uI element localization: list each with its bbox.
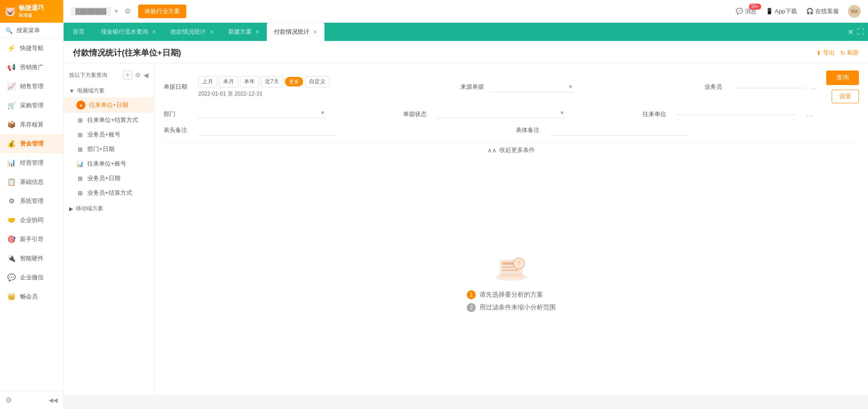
svg-text:?: ? <box>517 260 521 267</box>
service-label: 在线客服 <box>815 7 839 15</box>
scheme-dept-date[interactable]: ⊞ 部门+日期 <box>64 142 154 157</box>
sidebar-item-guide[interactable]: 🎯 新手引导 <box>0 230 63 249</box>
sidebar-item-marketing[interactable]: 📢 营销推广 <box>0 58 63 77</box>
sidebar-item-label: 采购管理 <box>20 101 44 110</box>
date-label: 单据日期 <box>164 83 189 91</box>
content-layout: 按以下方案查询 + ⚙ ◀ ▼ 电脑端方案 ● 往来单位+日期 <box>64 63 868 395</box>
message-icon: 💬 <box>736 8 743 15</box>
tab-new-scheme[interactable]: 新建方案 ✕ <box>221 23 267 41</box>
mobile-group-label: 移动端方案 <box>76 205 103 212</box>
right-panel: 单据日期 上月 本月 本年 近7天 更多 自定义 2022-01-01 至 20… <box>155 63 868 395</box>
tab-home[interactable]: 首页 <box>64 23 94 41</box>
sidebar-item-hardware[interactable]: 🔌 智能硬件 <box>0 249 63 268</box>
close-all-icon[interactable]: ✕ <box>848 28 853 36</box>
sidebar-item-inventory[interactable]: 📦 库存核算 <box>0 115 63 134</box>
collapse-label: 收起更多条件 <box>499 146 535 154</box>
sidebar-item-member[interactable]: 👑 畅会员 <box>0 287 63 306</box>
dept-select[interactable]: ▼ <box>198 110 325 118</box>
sidebar-item-system[interactable]: ⚙ 系统管理 <box>0 192 63 211</box>
trial-btn[interactable]: 体验行业方案 <box>138 5 186 18</box>
scheme-unit-account[interactable]: 📊 往来单位+账号 <box>64 157 154 171</box>
user-avatar[interactable]: Rit <box>848 5 861 18</box>
salesman-dots-icon[interactable]: … <box>810 83 817 91</box>
date-more-btn[interactable]: 更多 <box>285 77 303 86</box>
left-panel: 按以下方案查询 + ⚙ ◀ ▼ 电脑端方案 ● 往来单位+日期 <box>64 63 155 395</box>
tab-payment[interactable]: 付款情况统计 ✕ <box>267 23 324 41</box>
date-this-month-btn[interactable]: 本月 <box>219 76 238 87</box>
empty-illustration: ? <box>489 248 534 285</box>
scheme-table-icon4: ⊞ <box>76 175 84 182</box>
refresh-btn[interactable]: ↻ 刷新 <box>840 49 859 57</box>
tab-payment-close-icon[interactable]: ✕ <box>313 29 317 35</box>
partner-dots-icon[interactable]: … <box>806 110 813 118</box>
dept-label: 部门 <box>164 110 189 118</box>
sidebar-item-basic-info[interactable]: 📋 基础信息 <box>0 172 63 192</box>
sidebar-item-wechat[interactable]: 💬 企业微信 <box>0 268 63 287</box>
message-btn[interactable]: 💬 消息 99+ <box>736 7 757 15</box>
marketing-icon: 📢 <box>7 63 15 71</box>
scheme-salesman-date[interactable]: ⊞ 业务员+日期 <box>64 171 154 186</box>
settings-btn[interactable]: 设置 <box>832 90 859 103</box>
sidebar-item-finance[interactable]: 💰 资金管理 <box>0 134 63 153</box>
operations-icon: 📊 <box>7 159 15 167</box>
body-note-input[interactable] <box>550 125 687 136</box>
bottom-settings-icon[interactable]: ⚙ <box>5 396 12 404</box>
date-custom-btn[interactable]: 自定义 <box>305 76 329 87</box>
sidebar-item-purchase[interactable]: 🛒 采购管理 <box>0 96 63 115</box>
tab-new-scheme-close-icon[interactable]: ✕ <box>255 29 259 35</box>
filter-row-2: 部门 ▼ 单据状态 ▼ 往来单位 … <box>164 110 859 118</box>
header-note-input[interactable] <box>198 125 334 136</box>
doc-status-select[interactable]: ▼ <box>438 110 565 118</box>
date-last-month-btn[interactable]: 上月 <box>198 76 217 87</box>
tab-collection-close-icon[interactable]: ✕ <box>210 29 214 35</box>
page-header-actions: ⬆ 导出 ↻ 刷新 <box>816 49 859 57</box>
app-download-btn[interactable]: 📱 App下载 <box>766 7 797 15</box>
sidebar-item-operations[interactable]: 📊 经营管理 <box>0 153 63 172</box>
sidebar-item-enterprise[interactable]: 🤝 企业协同 <box>0 211 63 230</box>
sidebar-item-quick-nav[interactable]: ⚡ 快捷导航 <box>0 39 63 58</box>
scheme-label: 部门+日期 <box>87 145 115 153</box>
salesman-filter-group: 业务员 … <box>704 83 817 91</box>
collapse-filter-btn[interactable]: ∧∧ 收起更多条件 <box>164 142 859 158</box>
date-7days-btn[interactable]: 近7天 <box>261 76 283 87</box>
tab-collection[interactable]: 收款情况统计 ✕ <box>163 23 221 41</box>
company-selector[interactable]: ████████ ▼ <box>71 7 119 16</box>
sidebar-item-label: 新手引导 <box>20 235 44 243</box>
empty-tip-1: 1 请先选择要分析的方案 <box>467 290 556 299</box>
fullscreen-icon[interactable]: ⛶ <box>857 28 864 36</box>
export-btn[interactable]: ⬆ 导出 <box>816 49 835 57</box>
wechat-icon: 💬 <box>7 273 15 282</box>
pc-group-title[interactable]: ▼ 电脑端方案 <box>64 84 154 97</box>
scheme-unit-date[interactable]: ● 往来单位+日期 <box>64 97 154 113</box>
quick-nav-icon: ⚡ <box>7 44 15 52</box>
search-menu[interactable]: 🔍 搜索菜单 <box>0 23 63 39</box>
logo-icon: 🐷 <box>5 6 16 17</box>
sales-icon: 📈 <box>7 82 15 91</box>
company-value: ████████ <box>71 7 111 16</box>
query-btn[interactable]: 查询 <box>826 71 859 85</box>
scheme-unit-settlement[interactable]: ⊞ 往来单位+结算方式 <box>64 113 154 127</box>
add-scheme-icon[interactable]: + <box>123 71 132 80</box>
active-scheme-icon: ● <box>76 101 85 110</box>
scheme-salesman-account[interactable]: ⊞ 业务员+账号 <box>64 127 154 142</box>
tab-bank-close-icon[interactable]: ✕ <box>152 29 156 35</box>
scheme-settings-icon[interactable]: ⚙ <box>135 71 141 79</box>
pc-scheme-group: ▼ 电脑端方案 ● 往来单位+日期 ⊞ 往来单位+结算方式 ⊞ 业务员+账号 <box>64 84 154 200</box>
salesman-label: 业务员 <box>704 83 730 91</box>
service-btn[interactable]: 🎧 在线客服 <box>806 7 839 15</box>
sidebar-item-label: 企业微信 <box>20 273 44 282</box>
logo-subtitle: 标准版 <box>19 12 44 19</box>
sidebar-item-sales[interactable]: 📈 销售管理 <box>0 77 63 96</box>
tab-bank[interactable]: 现金银行流水查询 ✕ <box>94 23 163 41</box>
purchase-icon: 🛒 <box>7 101 15 110</box>
collapse-up-icon: ∧∧ <box>488 147 497 154</box>
date-this-year-btn[interactable]: 本年 <box>240 76 259 87</box>
bottom-collapse-icon[interactable]: ◀◀ <box>49 397 58 404</box>
topbar-gear-icon[interactable]: ⚙ <box>125 7 131 15</box>
mobile-group-title[interactable]: ▶ 移动端方案 <box>64 202 154 215</box>
panel-collapse-icon[interactable]: ◀ <box>144 71 149 79</box>
source-select[interactable]: ▼ <box>489 82 573 92</box>
sidebar-logo: 🐷 畅捷通巧 标准版 <box>0 0 63 23</box>
scheme-salesman-settlement[interactable]: ⊞ 业务员+结算方式 <box>64 186 154 200</box>
tab-payment-label: 付款情况统计 <box>274 28 309 36</box>
